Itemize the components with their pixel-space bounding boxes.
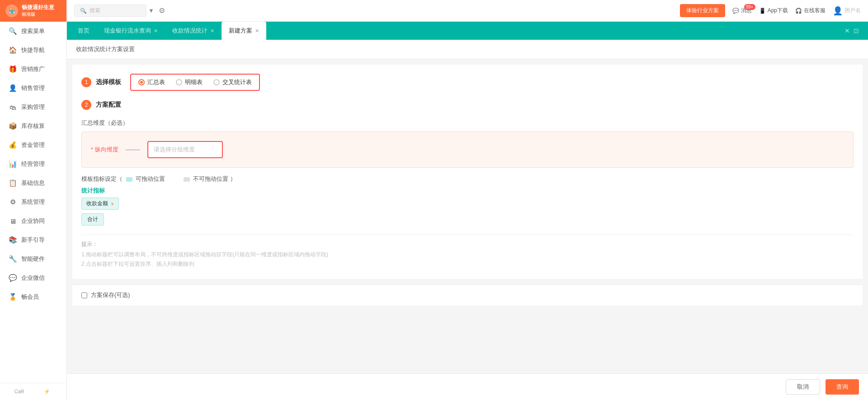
- sidebar-bottom-item1[interactable]: CaR: [7, 389, 32, 395]
- app-download-label: App下载: [768, 7, 788, 14]
- system-icon: ⚙: [9, 198, 17, 206]
- sidebar-item-sales[interactable]: 👤 销售管理: [0, 79, 66, 98]
- tips-item2: 2.点击标题栏下拉可设置排序、插入列和删除列: [81, 260, 854, 268]
- tab-collection-stats[interactable]: 收款情况统计 ✕: [165, 22, 222, 40]
- sidebar-item-inventory[interactable]: 📦 库存核算: [0, 117, 66, 136]
- query-button[interactable]: 查询: [826, 379, 859, 395]
- sidebar-item-label: 智能硬件: [21, 255, 45, 263]
- tab-new-plan-close[interactable]: ✕: [255, 28, 259, 33]
- headset-icon: 🎧: [795, 8, 802, 14]
- metrics-tag-row: 收款金额 ∨: [81, 198, 854, 210]
- metrics-section-label: 统计指标: [81, 187, 854, 195]
- metrics-content: 统计指标 收款金额 ∨ 合计: [81, 187, 854, 226]
- sidebar: 🏪 畅捷通好生意 标准版 🔍 搜索菜单 🏠 快捷导航 🎁 营销推广 👤 销售管理…: [0, 0, 67, 400]
- search-bar[interactable]: 🔍 搜索: [74, 5, 146, 17]
- sidebar-item-smart-hardware[interactable]: 🔧 智能硬件: [0, 249, 66, 268]
- user-icon: 👤: [833, 6, 843, 16]
- metrics-section: 模板指标设定（ 可拖动位置 不可拖动位置 ） 统计指标 收款金额 ∨: [81, 175, 854, 226]
- app-name: 畅捷通好生意: [22, 4, 54, 11]
- metrics-sub-tag-label: 合计: [87, 216, 98, 223]
- dimension-area: 汇总维度（必选） * 纵向维度 —— 请选择分组维度: [81, 119, 854, 168]
- sidebar-item-label: 搜索菜单: [21, 27, 45, 35]
- dimension-select[interactable]: 请选择分组维度: [147, 141, 223, 158]
- maximize-icon[interactable]: ⊡: [854, 27, 859, 34]
- online-service-btn[interactable]: 🎧 在线客服: [795, 7, 826, 14]
- tab-collection-stats-close[interactable]: ✕: [210, 28, 214, 33]
- sidebar-item-membership[interactable]: 🏅 畅会员: [0, 287, 66, 306]
- sidebar-item-search-menu[interactable]: 🔍 搜索菜单: [0, 22, 66, 41]
- radio-cross-circle: [213, 79, 220, 85]
- username: 用户名: [844, 7, 861, 14]
- trial-btn[interactable]: 体验行业方案: [680, 4, 725, 17]
- tab-new-plan[interactable]: 新建方案 ✕: [222, 22, 266, 40]
- sidebar-item-label: 库存核算: [21, 122, 45, 130]
- membership-icon: 🏅: [9, 293, 17, 301]
- user-avatar[interactable]: 👤 用户名: [833, 6, 861, 16]
- draggable-legend-color: [126, 177, 132, 182]
- save-checkbox[interactable]: [81, 292, 87, 298]
- step2-label: 方案配置: [96, 101, 121, 109]
- metrics-tag-label: 收款金额: [86, 200, 108, 207]
- basic-info-icon: 📋: [9, 179, 17, 187]
- main-area: 🔍 搜索 ▼ ⚙ 体验行业方案 💬 消息 99+ 📱 App下载 🎧 在线客服 …: [67, 0, 868, 400]
- enterprise-wechat-icon: 💬: [9, 274, 17, 282]
- operations-icon: 📊: [9, 160, 17, 168]
- step1-row: 1 选择模板 汇总表 明细表 交叉统计表: [81, 74, 854, 91]
- metrics-title: 模板指标设定（ 可拖动位置 不可拖动位置 ）: [81, 175, 854, 183]
- sidebar-item-label: 系统管理: [21, 198, 45, 206]
- sidebar-item-label: 基础信息: [21, 179, 45, 187]
- content-section: 1 选择模板 汇总表 明细表 交叉统计表: [72, 65, 863, 279]
- tab-bank-flow[interactable]: 现金银行流水查询 ✕: [97, 22, 165, 40]
- sidebar-bottom: CaR ⚡: [0, 383, 66, 400]
- sidebar-item-enterprise-wechat[interactable]: 💬 企业微信: [0, 268, 66, 287]
- gear-icon[interactable]: ⚙: [159, 6, 165, 15]
- chevron-down-icon: ∨: [111, 201, 114, 206]
- radio-detail-label: 明细表: [185, 78, 203, 86]
- header: 🔍 搜索 ▼ ⚙ 体验行业方案 💬 消息 99+ 📱 App下载 🎧 在线客服 …: [67, 0, 868, 22]
- app-download-btn[interactable]: 📱 App下载: [759, 7, 788, 14]
- tab-bank-flow-close[interactable]: ✕: [154, 28, 158, 33]
- sidebar-item-finance[interactable]: 💰 资金管理: [0, 136, 66, 155]
- sidebar-item-label: 企业协同: [21, 217, 45, 225]
- sidebar-item-purchase[interactable]: 🛍 采购管理: [0, 98, 66, 117]
- metrics-sub-tag[interactable]: 合计: [81, 213, 104, 226]
- sidebar-item-beginner[interactable]: 📚 新手引导: [0, 231, 66, 249]
- sidebar-item-label: 经营管理: [21, 160, 45, 168]
- cancel-button[interactable]: 取消: [786, 379, 820, 395]
- sidebar-item-marketing[interactable]: 🎁 营销推广: [0, 60, 66, 79]
- sidebar-item-basic-info[interactable]: 📋 基础信息: [0, 174, 66, 193]
- radio-cross[interactable]: 交叉统计表: [213, 78, 252, 86]
- close-window-icon[interactable]: ✕: [844, 27, 850, 34]
- marketing-icon: 🎁: [9, 65, 17, 73]
- radio-cross-label: 交叉统计表: [222, 78, 252, 86]
- dimension-title: 汇总维度（必选）: [81, 119, 854, 127]
- radio-summary[interactable]: 汇总表: [138, 78, 165, 86]
- sales-icon: 👤: [9, 84, 17, 92]
- enterprise-collab-icon: 🖥: [9, 217, 17, 225]
- sidebar-item-enterprise-collab[interactable]: 🖥 企业协同: [0, 212, 66, 231]
- finance-icon: 💰: [9, 141, 17, 149]
- save-row: 方案保存(可选): [72, 284, 863, 306]
- sidebar-item-label: 销售管理: [21, 84, 45, 92]
- radio-detail[interactable]: 明细表: [176, 78, 203, 86]
- sidebar-item-operations[interactable]: 📊 经营管理: [0, 155, 66, 174]
- dimension-title-text: 汇总维度（必选）: [81, 119, 128, 126]
- page-header: 收款情况统计方案设置: [67, 40, 868, 59]
- dimension-arrow: ——: [126, 146, 140, 154]
- sidebar-item-system[interactable]: ⚙ 系统管理: [0, 193, 66, 212]
- app-edition: 标准版: [22, 11, 54, 18]
- sidebar-item-quick-nav[interactable]: 🏠 快捷导航: [0, 41, 66, 60]
- smart-hardware-icon: 🔧: [9, 255, 17, 263]
- metrics-tag[interactable]: 收款金额 ∨: [81, 198, 119, 210]
- chevron-down-icon[interactable]: ▼: [148, 7, 154, 14]
- tab-home[interactable]: 首页: [71, 22, 97, 40]
- message-btn[interactable]: 💬 消息 99+: [732, 7, 752, 14]
- tab-bar: 首页 现金银行流水查询 ✕ 收款情况统计 ✕ 新建方案 ✕ ✕ ⊡: [67, 22, 868, 40]
- sidebar-item-label: 新手引导: [21, 236, 45, 244]
- sidebar-item-label: 资金管理: [21, 141, 45, 149]
- step1-label: 选择模板: [96, 78, 121, 86]
- dimension-row: * 纵向维度 —— 请选择分组维度: [91, 141, 223, 158]
- sidebar-bottom-item2[interactable]: ⚡: [35, 389, 60, 395]
- template-radio-group: 汇总表 明细表 交叉统计表: [130, 74, 260, 91]
- inventory-icon: 📦: [9, 122, 17, 130]
